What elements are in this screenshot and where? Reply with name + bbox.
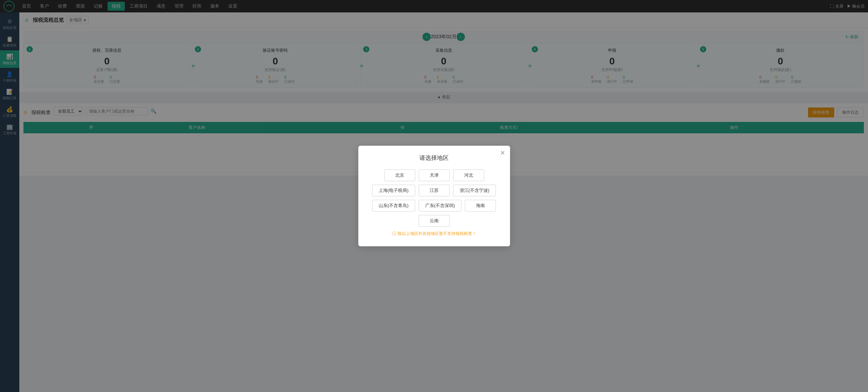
region-btn-广东(不含深圳)[interactable]: 广东(不含深圳)	[419, 200, 462, 212]
region-btn-海南[interactable]: 海南	[465, 200, 496, 212]
region-btn-天津[interactable]: 天津	[419, 169, 450, 181]
modal-title: 请选择地区	[369, 154, 500, 162]
region-btn-云南[interactable]: 云南	[419, 215, 450, 227]
warning-text: 除以上地区外其他地区暂不支持报税检查！	[398, 231, 476, 237]
region-btn-浙江(不含宁波)[interactable]: 浙江(不含宁波)	[453, 185, 496, 196]
modal-warning: ⓘ 除以上地区外其他地区暂不支持报税检查！	[369, 231, 500, 237]
region-btn-江苏[interactable]: 江苏	[419, 185, 450, 196]
region-btn-山东(不含青岛)[interactable]: 山东(不含青岛)	[372, 200, 415, 212]
modal-close-btn[interactable]: ✕	[500, 150, 505, 156]
region-btn-北京[interactable]: 北京	[384, 169, 415, 181]
warning-icon: ⓘ	[392, 231, 396, 237]
region-btn-上海(电子税局)[interactable]: 上海(电子税局)	[372, 185, 415, 196]
region-select-modal: ✕ 请选择地区 北京天津河北上海(电子税局)江苏浙江(不含宁波)山东(不含青岛)…	[358, 146, 510, 246]
region-btn-河北[interactable]: 河北	[453, 169, 484, 181]
region-buttons: 北京天津河北上海(电子税局)江苏浙江(不含宁波)山东(不含青岛)广东(不含深圳)…	[369, 169, 500, 227]
modal-overlay[interactable]: ✕ 请选择地区 北京天津河北上海(电子税局)江苏浙江(不含宁波)山东(不含青岛)…	[0, 0, 868, 392]
